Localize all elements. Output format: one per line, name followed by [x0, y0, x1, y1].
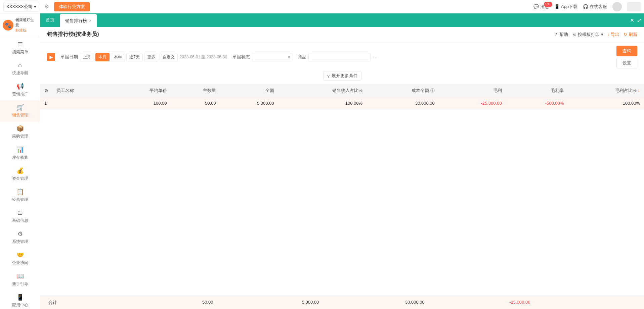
expand-label: 展开更多条件 — [332, 73, 358, 79]
cell-gross-pct: 100.00% — [568, 97, 644, 109]
cell-name — [52, 97, 112, 109]
message-badge: 99+ — [544, 2, 552, 7]
footer-gross: -25,000.00 — [429, 300, 534, 306]
sidebar-item-label: 销售管理 — [12, 112, 28, 118]
goods-label: 商品 — [298, 54, 306, 60]
app-download-item[interactable]: 📱 App下载 — [554, 4, 577, 10]
sidebar-logo: 🐾 畅康通好生意 标准版 — [0, 13, 40, 37]
footer-quantity: 50.00 — [112, 300, 217, 306]
date-filter: 单据日期 上月 本月 本年 近7天 更多 自定义 2023-06-01 至 20… — [60, 53, 227, 61]
sidebar-item-guide[interactable]: 📖 新手引导 — [0, 269, 40, 290]
filter-expand-arrow[interactable]: ▶ — [47, 53, 55, 61]
sidebar-item-enterprise[interactable]: 🤝 企业协同 — [0, 248, 40, 269]
help-button[interactable]: ？ 帮助 — [554, 32, 568, 38]
export-icon: ↓ — [607, 32, 610, 37]
date-btn-this-year[interactable]: 本年 — [111, 53, 125, 61]
sidebar-item-label: 库存核算 — [12, 155, 28, 160]
tab-home[interactable]: 首页 — [40, 13, 60, 27]
sidebar-item-marketing[interactable]: 📢 营销推广 — [0, 79, 40, 100]
footer-cost: 30,000.00 — [323, 300, 429, 306]
goods-input[interactable] — [308, 53, 371, 61]
date-btn-last-month[interactable]: 上月 — [80, 53, 94, 61]
sidebar-item-apps[interactable]: 📱 应用中心 — [0, 290, 40, 309]
company-selector[interactable]: XXXXXX公司 ▾ — [3, 2, 39, 11]
page-title: 销售排行榜(按业务员) — [47, 31, 99, 38]
trial-button[interactable]: 体验行业方案 — [54, 2, 90, 11]
sidebar-item-label: 资金管理 — [12, 176, 28, 182]
date-btn-7days[interactable]: 近7天 — [126, 53, 143, 61]
inventory-icon: 📊 — [16, 146, 24, 153]
footer-cells: 合计 50.00 5,000.00 30,000.00 -25,000.00 — [44, 300, 640, 306]
username-area — [627, 2, 641, 11]
app-icon: 📱 — [554, 4, 560, 9]
th-avg-price: 平均单价 — [112, 84, 171, 97]
online-service-item[interactable]: 🎧 在线客服 — [583, 4, 607, 10]
service-icon: 🎧 — [583, 4, 588, 9]
cell-cost: 30,000.00 — [367, 97, 439, 109]
avatar[interactable] — [612, 2, 622, 11]
filter-row-2: ∨ 展开更多条件 — [47, 71, 637, 81]
table-footer: 合计 50.00 5,000.00 30,000.00 -25,000.00 — [40, 296, 644, 309]
page-header-actions: ？ 帮助 🖨 按模板打印 ▾ ↓ 导出 ↻ 刷新 — [554, 32, 638, 38]
finance-icon: 💰 — [16, 167, 24, 174]
cell-avg-price: 100.00 — [112, 97, 171, 109]
date-btn-this-month[interactable]: 本月 — [95, 53, 110, 61]
close-all-icon[interactable]: ✕ — [630, 17, 634, 23]
sidebar-item-label: 基础信息 — [12, 218, 28, 223]
sidebar-item-system[interactable]: ⚙ 系统管理 — [0, 227, 40, 248]
header-row: ⚙ 员工名称 平均单价 主数量 全额 销售收入占比% 成本全额 ⓘ 毛利 毛利率 — [40, 84, 644, 97]
sidebar-item-label: 采购管理 — [12, 134, 28, 139]
sidebar-item-inventory[interactable]: 📊 库存核算 — [0, 143, 40, 164]
settings-icon[interactable]: ⚙ — [42, 2, 51, 11]
date-btn-custom[interactable]: 自定义 — [160, 53, 178, 61]
chevron-down-icon: ∨ — [327, 73, 330, 79]
footer-label: 合计 — [44, 300, 112, 306]
system-icon: ⚙ — [17, 230, 23, 238]
tab-close-icon[interactable]: × — [89, 18, 91, 23]
date-btn-more[interactable]: 更多 — [144, 53, 158, 61]
table-row: 1 100.00 50.00 5,000.00 100.00% 30,000.0… — [40, 97, 644, 109]
sidebar-item-basics[interactable]: 🗂 基础信息 — [0, 206, 40, 227]
help-label: 帮助 — [559, 32, 568, 38]
table-wrapper: ⚙ 员工名称 平均单价 主数量 全额 销售收入占比% 成本全额 ⓘ 毛利 毛利率 — [40, 84, 644, 296]
purchase-icon: 📦 — [16, 125, 24, 132]
sidebar-item-search[interactable]: ☰ 搜索菜单 — [0, 37, 40, 58]
query-button[interactable]: 查询 — [616, 46, 637, 56]
date-label: 单据日期 — [60, 54, 78, 60]
date-range-text: 2023-06-01 至 2023-06-30 — [180, 54, 227, 60]
tab-home-label: 首页 — [46, 17, 54, 23]
tab-sales-ranking[interactable]: 销售排行榜 × — [60, 14, 97, 28]
maximize-icon[interactable]: ⤢ — [637, 17, 641, 23]
th-amount: 全额 — [220, 84, 278, 97]
goods-filter: 商品 ··· — [298, 53, 611, 61]
sidebar-item-label: 新手引导 — [12, 281, 28, 287]
more-options-icon[interactable]: ··· — [373, 54, 377, 60]
sidebar-item-shortcuts[interactable]: ⌂ 快捷导航 — [0, 58, 40, 79]
sidebar-item-finance[interactable]: 💰 资金管理 — [0, 164, 40, 185]
th-quantity: 主数量 — [171, 84, 220, 97]
top-bar: XXXXXX公司 ▾ ⚙ 体验行业方案 💬 消息 99+ 📱 App下载 🎧 在… — [0, 0, 644, 13]
enterprise-icon: 🤝 — [16, 251, 24, 259]
sidebar-item-purchase[interactable]: 📦 采购管理 — [0, 121, 40, 143]
sidebar-item-management[interactable]: 📋 经营管理 — [0, 185, 40, 206]
print-button[interactable]: 🖨 按模板打印 ▾ — [572, 32, 603, 38]
status-select[interactable] — [252, 53, 292, 61]
refresh-button[interactable]: ↻ 刷新 — [624, 32, 637, 38]
sidebar-item-label: 经营管理 — [12, 197, 28, 203]
th-gross-rate: 毛利率 — [506, 84, 568, 97]
sidebar-item-label: 企业协同 — [12, 260, 28, 266]
th-settings[interactable]: ⚙ — [40, 84, 52, 97]
message-icon: 💬 — [533, 4, 539, 9]
sidebar-item-label: 快捷导航 — [12, 70, 28, 76]
sales-icon: 🛒 — [16, 104, 24, 111]
message-item[interactable]: 💬 消息 99+ — [533, 4, 549, 10]
cost-info-icon[interactable]: ⓘ — [430, 88, 435, 93]
export-button[interactable]: ↓ 导出 — [607, 32, 620, 38]
sidebar-item-sales[interactable]: 🛒 销售管理 — [0, 100, 40, 121]
page-header: 销售排行榜(按业务员) ？ 帮助 🖨 按模板打印 ▾ ↓ 导出 — [40, 27, 644, 42]
settings-button[interactable]: 设置 — [616, 58, 637, 68]
gross-pct-sort-icon[interactable]: ↕ — [638, 88, 640, 93]
main-layout: 🐾 畅康通好生意 标准版 ☰ 搜索菜单 ⌂ 快捷导航 📢 营销推广 🛒 销售管理… — [0, 13, 644, 309]
expand-more-btn[interactable]: ∨ 展开更多条件 — [323, 71, 361, 81]
cell-quantity: 50.00 — [171, 97, 220, 109]
